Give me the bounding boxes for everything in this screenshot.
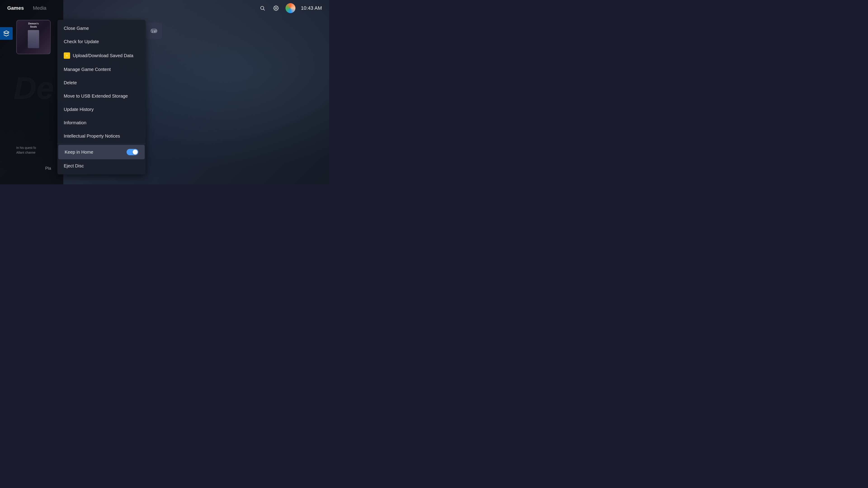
ps-plus-icon: + xyxy=(64,53,70,59)
menu-item-move-usb[interactable]: Move to USB Extended Storage xyxy=(57,90,146,103)
sidebar-bookmark-icon[interactable] xyxy=(0,27,13,40)
keep-home-label: Keep in Home xyxy=(65,150,93,155)
clock-display: 10:43 AM xyxy=(301,5,322,11)
ip-notices-label: Intellectual Property Notices xyxy=(64,133,120,139)
delete-label: Delete xyxy=(64,80,77,86)
game-thumbnail[interactable]: Demon's Souls xyxy=(16,20,51,54)
svg-point-13 xyxy=(152,31,153,32)
play-area: Pla xyxy=(45,166,51,171)
ps-logo-icon[interactable] xyxy=(285,3,296,13)
svg-marker-3 xyxy=(4,31,9,33)
check-update-label: Check for Update xyxy=(64,39,99,44)
nav-games[interactable]: Games xyxy=(7,5,24,11)
menu-item-update-history[interactable]: Update History xyxy=(57,103,146,116)
svg-point-10 xyxy=(155,31,156,32)
svg-rect-7 xyxy=(152,30,153,31)
information-label: Information xyxy=(64,120,86,125)
menu-item-keep-home[interactable]: Keep in Home xyxy=(58,145,145,159)
svg-point-0 xyxy=(260,6,264,9)
settings-icon[interactable] xyxy=(272,4,280,12)
game-thumb-title: Demon's Souls xyxy=(17,22,50,28)
menu-item-ip-notices[interactable]: Intellectual Property Notices xyxy=(57,129,146,143)
game-info: In his quest fo Allant channe xyxy=(16,145,36,155)
update-history-label: Update History xyxy=(64,107,94,112)
close-game-label: Close Game xyxy=(64,26,89,31)
play-label: Pla xyxy=(45,166,51,170)
topbar-nav: Games Media xyxy=(7,5,258,11)
eject-disc-label: Eject Disc xyxy=(64,163,84,168)
menu-item-close-game[interactable]: Close Game xyxy=(57,22,146,35)
game-description: In his quest fo Allant channe xyxy=(16,145,36,155)
svg-point-9 xyxy=(156,31,157,31)
svg-point-2 xyxy=(275,7,277,9)
context-menu: Close Game Check for Update + Upload/Dow… xyxy=(57,20,146,174)
svg-rect-12 xyxy=(153,30,155,31)
controller-icon-button[interactable] xyxy=(146,23,162,39)
manage-content-label: Manage Game Content xyxy=(64,67,111,72)
topbar: Games Media 10:43 AM xyxy=(0,0,329,16)
description-line2: Allant channe xyxy=(16,150,36,155)
menu-item-check-update[interactable]: Check for Update xyxy=(57,35,146,48)
menu-item-manage-content[interactable]: Manage Game Content xyxy=(57,63,146,76)
svg-point-14 xyxy=(154,31,155,32)
keep-home-toggle[interactable] xyxy=(127,149,138,155)
topbar-right: 10:43 AM xyxy=(258,3,322,13)
svg-text:+: + xyxy=(66,54,68,57)
menu-item-upload-download[interactable]: + Upload/Download Saved Data xyxy=(57,48,146,63)
keep-home-toggle-container: Keep in Home xyxy=(65,149,138,155)
svg-line-1 xyxy=(264,9,265,11)
upload-download-label: Upload/Download Saved Data xyxy=(73,53,133,58)
game-logo-partial: De xyxy=(13,72,54,104)
menu-item-eject-disc[interactable]: Eject Disc xyxy=(57,159,146,173)
nav-media[interactable]: Media xyxy=(33,5,46,11)
svg-point-8 xyxy=(155,30,156,31)
search-icon[interactable] xyxy=(258,4,267,12)
menu-item-delete[interactable]: Delete xyxy=(57,76,146,90)
description-line1: In his quest fo xyxy=(16,145,36,150)
menu-item-information[interactable]: Information xyxy=(57,116,146,129)
move-usb-label: Move to USB Extended Storage xyxy=(64,94,128,99)
